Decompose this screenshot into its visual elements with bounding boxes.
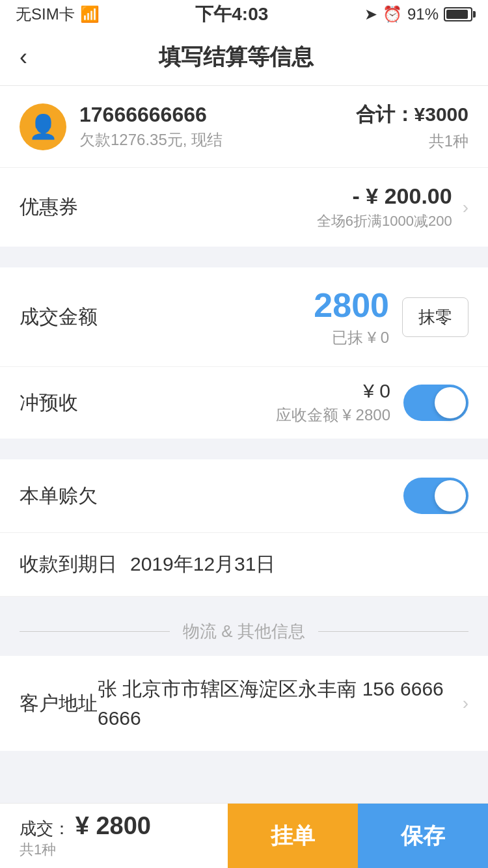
alarm-icon: ⏰ xyxy=(383,5,402,23)
debt-toggle-knob xyxy=(435,480,466,511)
bottom-deal-label: 成交： xyxy=(20,819,70,838)
status-time: 下午4:03 xyxy=(195,2,268,27)
deal-section: 成交金额 2800 已抹 ¥ 0 抹零 冲预收 ¥ 0 应收金额 ¥ 2800 xyxy=(0,267,488,439)
debt-section: 本单赊欠 收款到期日 2019年12月31日 xyxy=(0,459,488,597)
logistics-line-left xyxy=(20,631,170,632)
coupon-right: - ¥ 200.00 全场6折满1000减200 xyxy=(317,183,452,231)
customer-section: 👤 17666666666 欠款1276.35元, 现结 合计：¥3000 共1… xyxy=(0,86,488,247)
bottom-deal-line: 成交： ¥ 2800 xyxy=(20,812,208,840)
customer-phone: 17666666666 xyxy=(79,103,356,127)
bottom-count: 共1种 xyxy=(20,840,208,860)
back-button[interactable]: ‹ xyxy=(20,37,40,77)
coupon-description: 全场6折满1000减200 xyxy=(317,211,452,231)
logistics-text: 物流 & 其他信息 xyxy=(183,620,305,643)
customer-row: 👤 17666666666 欠款1276.35元, 现结 合计：¥3000 共1… xyxy=(0,86,488,167)
deal-label: 成交金额 xyxy=(20,304,98,331)
status-right: ➤ ⏰ 91% xyxy=(364,5,472,23)
location-icon: ➤ xyxy=(364,5,377,23)
customer-subtext: 欠款1276.35元, 现结 xyxy=(79,129,356,150)
hang-button[interactable]: 挂单 xyxy=(228,804,358,868)
avatar: 👤 xyxy=(20,103,66,150)
deal-amount-row: 成交金额 2800 已抹 ¥ 0 抹零 xyxy=(0,267,488,367)
logistics-line-right xyxy=(318,631,468,632)
address-row[interactable]: 客户地址 张 北京市市辖区海淀区永丰南 156 6666 6666 › xyxy=(0,656,488,751)
debt-toggle-area xyxy=(98,478,468,514)
debt-toggle[interactable] xyxy=(403,478,468,514)
debt-label: 本单赊欠 xyxy=(20,483,98,509)
wifi-icon: 📶 xyxy=(80,5,100,23)
deal-amount-group: 2800 已抹 ¥ 0 xyxy=(314,286,389,348)
round-zero-button[interactable]: 抹零 xyxy=(402,297,468,337)
address-value: 张 北京市市辖区海淀区永丰南 156 6666 6666 xyxy=(98,674,452,733)
pre-collect-row: 冲预收 ¥ 0 应收金额 ¥ 2800 xyxy=(0,367,488,439)
page-title: 填写结算等信息 xyxy=(40,42,432,72)
battery-icon xyxy=(444,7,472,21)
coupon-chevron-icon: › xyxy=(463,197,468,218)
user-icon: 👤 xyxy=(29,113,58,141)
address-section: 客户地址 张 北京市市辖区海淀区永丰南 156 6666 6666 › xyxy=(0,656,488,751)
bottom-info: 成交： ¥ 2800 共1种 xyxy=(0,804,228,868)
battery-percent: 91% xyxy=(407,5,439,23)
save-button[interactable]: 保存 xyxy=(358,804,488,868)
customer-total: 合计：¥3000 共1种 xyxy=(356,102,468,152)
pre-amount-sub: 应收金额 ¥ 2800 xyxy=(276,405,390,426)
nav-bar: ‹ 填写结算等信息 xyxy=(0,29,488,86)
divider-1 xyxy=(0,257,488,267)
debt-row: 本单赊欠 xyxy=(0,459,488,533)
total-count: 共1种 xyxy=(356,131,468,152)
status-bar: 无SIM卡 📶 下午4:03 ➤ ⏰ 91% xyxy=(0,0,488,29)
pre-collect-right: ¥ 0 应收金额 ¥ 2800 xyxy=(276,380,468,426)
pre-collect-toggle[interactable] xyxy=(403,385,468,421)
carrier-text: 无SIM卡 xyxy=(16,4,75,25)
pre-collect-label: 冲预收 xyxy=(20,390,276,416)
coupon-discount: - ¥ 200.00 xyxy=(317,183,452,209)
due-date-value: 2019年12月31日 xyxy=(130,551,275,578)
address-label: 客户地址 xyxy=(20,690,98,717)
due-date-row: 收款到期日 2019年12月31日 xyxy=(0,533,488,597)
total-amount: 合计：¥3000 xyxy=(356,102,468,128)
status-left: 无SIM卡 📶 xyxy=(16,4,100,25)
logistics-header: 物流 & 其他信息 xyxy=(0,607,488,656)
divider-2 xyxy=(0,449,488,459)
pre-collect-amounts: ¥ 0 应收金额 ¥ 2800 xyxy=(276,380,390,426)
toggle-knob xyxy=(435,387,466,418)
due-date-label: 收款到期日 xyxy=(20,551,117,578)
coupon-label: 优惠券 xyxy=(20,194,317,221)
deal-subtext: 已抹 ¥ 0 xyxy=(314,327,389,348)
deal-amount: 2800 xyxy=(314,286,389,325)
pre-amount: ¥ 0 xyxy=(276,380,390,402)
bottom-deal-amount: ¥ 2800 xyxy=(75,812,151,839)
bottom-bar: 成交： ¥ 2800 共1种 挂单 保存 xyxy=(0,803,488,868)
customer-info: 17666666666 欠款1276.35元, 现结 xyxy=(79,103,356,150)
coupon-row[interactable]: 优惠券 - ¥ 200.00 全场6折满1000减200 › xyxy=(0,167,488,247)
address-chevron-icon: › xyxy=(463,693,468,714)
deal-value-right: 2800 已抹 ¥ 0 抹零 xyxy=(98,286,468,348)
